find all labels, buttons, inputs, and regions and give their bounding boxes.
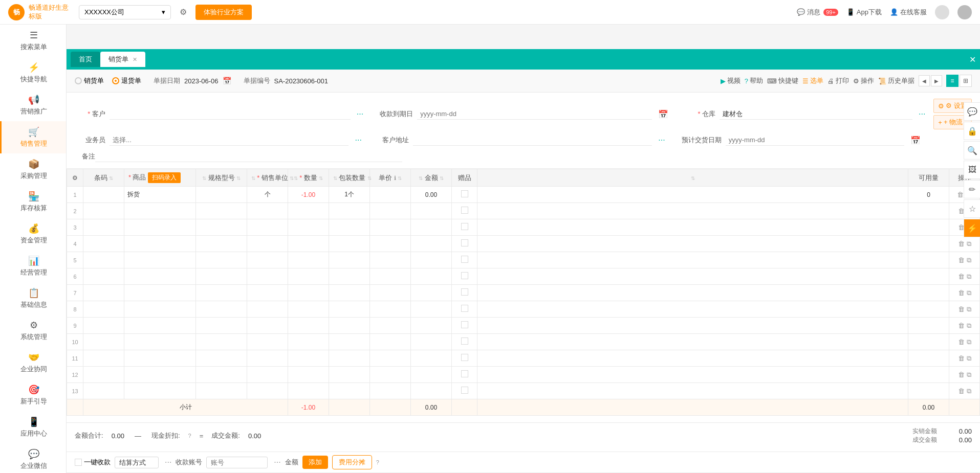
sidebar-item-wechat[interactable]: 💬 企业微信 (0, 443, 66, 473)
gift-checkbox[interactable] (461, 223, 468, 230)
copy-icon[interactable]: ⧉ (967, 240, 971, 247)
gift-checkbox[interactable] (461, 207, 468, 214)
company-selector[interactable]: XXXXXX公司 ▾ (79, 5, 171, 19)
radio-sale[interactable]: 销货单 (75, 76, 104, 85)
th-settings[interactable]: ⚙ (67, 169, 83, 187)
add-button[interactable]: 添加 (302, 456, 328, 469)
cell-pkg[interactable]: 1个 (329, 187, 370, 203)
gift-checkbox[interactable] (461, 321, 468, 328)
copy-icon[interactable]: ⧉ (967, 387, 971, 395)
sort-spec2[interactable]: ⇅ (236, 175, 241, 181)
payment-check-box[interactable] (75, 459, 82, 466)
gift-checkbox[interactable] (461, 337, 468, 345)
rfloat-star-btn[interactable]: ☆ (964, 199, 980, 218)
delete-icon[interactable]: 🗑 (958, 338, 965, 346)
prev-arrow[interactable]: ◀ (919, 75, 930, 86)
customer-dots[interactable]: ··· (357, 109, 363, 119)
calc-method-select[interactable]: 结算方式 (115, 457, 159, 468)
sidebar-item-search[interactable]: ☰ 搜索菜单 (0, 25, 66, 57)
video-btn[interactable]: ▶ 视频 (721, 76, 741, 85)
gift-checkbox[interactable] (461, 305, 468, 312)
gift-checkbox[interactable] (461, 370, 468, 377)
salesman-input[interactable] (110, 134, 349, 146)
sidebar-item-guide[interactable]: 🎯 新手引导 (0, 379, 66, 411)
gift-checkbox[interactable] (461, 387, 468, 394)
cell-unit[interactable]: 个 (247, 187, 288, 203)
sidebar-item-collab[interactable]: 🤝 企业协同 (0, 347, 66, 379)
cell-gift[interactable] (452, 187, 477, 203)
calc-method-dots[interactable]: ··· (165, 458, 171, 467)
account-input[interactable] (206, 457, 268, 468)
remark-input[interactable] (95, 151, 402, 162)
copy-icon[interactable]: ⧉ (967, 256, 971, 264)
delete-icon[interactable]: 🗑 (958, 387, 965, 395)
sidebar-item-quicknav[interactable]: ⚡ 快捷导航 (0, 57, 66, 89)
copy-icon[interactable]: ⧉ (967, 322, 971, 329)
grid-view-btn[interactable]: ⊞ (960, 75, 972, 87)
rfloat-orange-btn[interactable]: ⚡ (964, 219, 980, 237)
list-view-btn[interactable]: ≡ (946, 75, 959, 87)
copy-icon[interactable]: ⧉ (967, 354, 971, 362)
delete-icon[interactable]: 🗑 (957, 191, 964, 198)
account-dots[interactable]: ··· (274, 458, 280, 467)
sort-spec[interactable]: ⇅ (202, 175, 206, 181)
rfloat-image-btn[interactable]: 🖼 (964, 161, 980, 179)
next-arrow[interactable]: ▶ (931, 75, 942, 86)
delete-icon[interactable]: 🗑 (958, 289, 965, 297)
radio-return[interactable]: 退货单 (112, 76, 141, 85)
tab-home[interactable]: 首页 (71, 52, 100, 67)
cell-spec[interactable] (196, 187, 247, 203)
delete-icon[interactable]: 🗑 (958, 240, 965, 247)
copy-icon[interactable]: ⧉ (967, 273, 971, 280)
cell-qty[interactable]: -1.00 (288, 187, 329, 203)
cell-barcode[interactable] (83, 187, 124, 203)
sidebar-item-inventory[interactable]: 🏪 库存核算 (0, 186, 66, 218)
one-click-payment-checkbox[interactable]: 一键收款 (75, 458, 111, 467)
cell-note[interactable] (477, 187, 908, 203)
due-date-calendar-icon[interactable]: 📅 (658, 109, 668, 119)
user-avatar2[interactable] (957, 5, 972, 19)
copy-icon[interactable]: ⧉ (967, 289, 971, 297)
date-calendar-icon[interactable]: 📅 (223, 77, 231, 85)
rfloat-edit-btn[interactable]: ✏ (964, 180, 980, 198)
delete-icon[interactable]: 🗑 (958, 256, 965, 264)
tab-sales-order[interactable]: 销货单 ✕ (100, 52, 145, 67)
due-date-input[interactable] (417, 108, 652, 120)
sidebar-item-finance[interactable]: 💰 资金管理 (0, 218, 66, 250)
expense-help-icon[interactable]: ? (376, 459, 379, 465)
sidebar-item-sales[interactable]: 🛒 销售管理 (0, 121, 66, 153)
trial-button[interactable]: 体验行业方案 (195, 5, 252, 20)
delete-icon[interactable]: 🗑 (958, 371, 965, 378)
cell-price[interactable] (370, 187, 411, 203)
rfloat-zoom-btn[interactable]: 🔍 (964, 141, 980, 160)
expense-split-btn[interactable]: 费用分摊 (332, 455, 372, 469)
gift-checkbox[interactable] (461, 256, 468, 263)
delete-icon[interactable]: 🗑 (958, 322, 965, 329)
shortcut-btn[interactable]: ⌨ 快捷键 (767, 76, 798, 85)
copy-icon[interactable]: ⧉ (967, 338, 971, 346)
gift-checkbox[interactable] (461, 288, 468, 296)
delete-icon[interactable]: 🗑 (958, 354, 965, 362)
delete-icon[interactable]: 🗑 (958, 305, 965, 313)
salesman-dots[interactable]: ··· (355, 136, 361, 145)
sidebar-item-apps[interactable]: 📱 应用中心 (0, 411, 66, 443)
settings-button[interactable]: ⚙ (175, 4, 191, 20)
expected-date-input[interactable] (726, 134, 904, 146)
user-avatar[interactable] (935, 5, 949, 19)
customer-addr-dots[interactable]: ··· (658, 136, 665, 145)
discount-help-icon[interactable]: ? (188, 433, 191, 439)
scan-button[interactable]: 扫码录入 (148, 172, 181, 183)
message-action[interactable]: 💬 消息 99+ (797, 8, 838, 17)
rfloat-comment-btn[interactable]: 💬 (964, 102, 980, 121)
gift-checkbox[interactable] (461, 239, 468, 246)
warehouse-dots[interactable]: ··· (919, 109, 925, 119)
print-btn[interactable]: 🖨 打印 (827, 76, 849, 85)
choose-btn[interactable]: ☰ 选单 (802, 76, 823, 85)
sidebar-item-basic-info[interactable]: 📋 基础信息 (0, 282, 66, 314)
cell-product[interactable]: 拆货 (124, 187, 196, 203)
online-service-action[interactable]: 👤 在线客服 (890, 8, 927, 17)
tab-close-icon[interactable]: ✕ (133, 56, 137, 63)
sidebar-item-operations[interactable]: 📊 经营管理 (0, 250, 66, 282)
sidebar-item-system[interactable]: ⚙ 系统管理 (0, 314, 66, 347)
sort-barcode[interactable]: ⇅ (109, 175, 113, 181)
